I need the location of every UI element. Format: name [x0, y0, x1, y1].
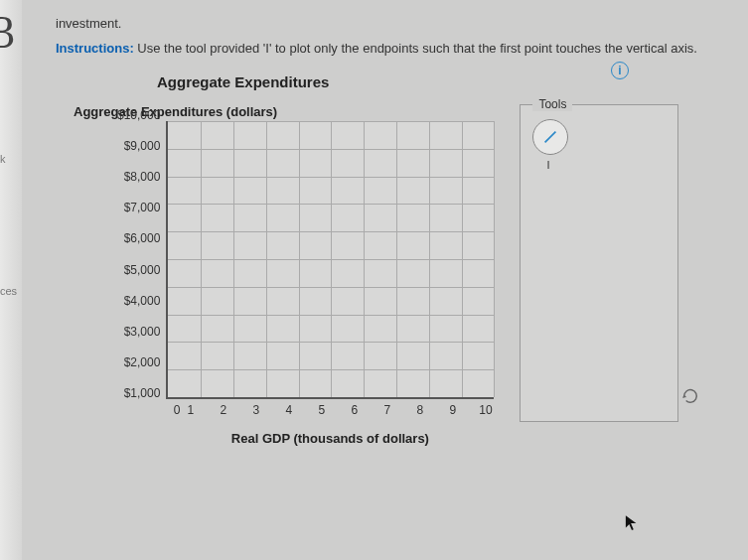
- x-tick: 9: [436, 403, 469, 417]
- instructions-lead: Instructions:: [56, 41, 134, 56]
- x-tick: 7: [371, 403, 403, 417]
- x-tick: 4: [272, 403, 305, 417]
- instructions: Instructions: Use the tool provided 'I' …: [56, 41, 738, 56]
- instructions-body: Use the tool provided 'I' to plot only t…: [134, 41, 697, 56]
- x-tick: 1: [174, 403, 207, 417]
- y-axis-ticks: $10,000 $9,000 $8,000 $7,000 $6,000 $5,0…: [117, 121, 166, 399]
- y-tick: $2,000: [124, 355, 161, 369]
- nav-stub-ces: ces: [0, 286, 22, 297]
- x-tick: 6: [338, 403, 371, 417]
- plot-area[interactable]: [166, 121, 494, 399]
- prompt-fragment: investment.: [56, 16, 738, 31]
- x-tick: 8: [403, 403, 436, 417]
- chart-title: Aggregate Expenditures: [157, 73, 738, 90]
- y-tick: $9,000: [124, 139, 161, 153]
- y-tick: $1,000: [124, 386, 161, 400]
- nav-stub-k: k: [0, 154, 9, 165]
- y-tick: $4,000: [124, 294, 161, 308]
- y-tick: $3,000: [124, 325, 161, 339]
- x-tick: 10: [469, 403, 502, 417]
- x-axis-title: Real GDP (thousands of dollars): [166, 431, 494, 446]
- y-tick: $10,000: [117, 108, 160, 122]
- y-tick: $6,000: [124, 231, 161, 245]
- line-tool-label: I: [546, 159, 549, 171]
- line-tool-button[interactable]: [532, 119, 568, 155]
- tools-panel: Tools I: [520, 104, 678, 422]
- reset-icon[interactable]: [681, 387, 699, 405]
- x-tick: 2: [207, 403, 239, 417]
- info-icon[interactable]: i: [611, 62, 629, 79]
- tools-panel-label: Tools: [532, 97, 572, 111]
- svg-line-0: [545, 132, 556, 143]
- question-number: 3: [0, 6, 15, 59]
- y-tick: $5,000: [124, 263, 161, 277]
- y-tick: $7,000: [124, 201, 161, 214]
- x-axis-ticks: 1 2 3 4 5 6 7 8 9 10: [174, 403, 502, 417]
- y-tick: $8,000: [124, 170, 161, 184]
- cursor-icon: [625, 514, 639, 532]
- x-tick: 5: [305, 403, 338, 417]
- line-tool-icon: [541, 128, 559, 146]
- x-tick: 3: [239, 403, 272, 417]
